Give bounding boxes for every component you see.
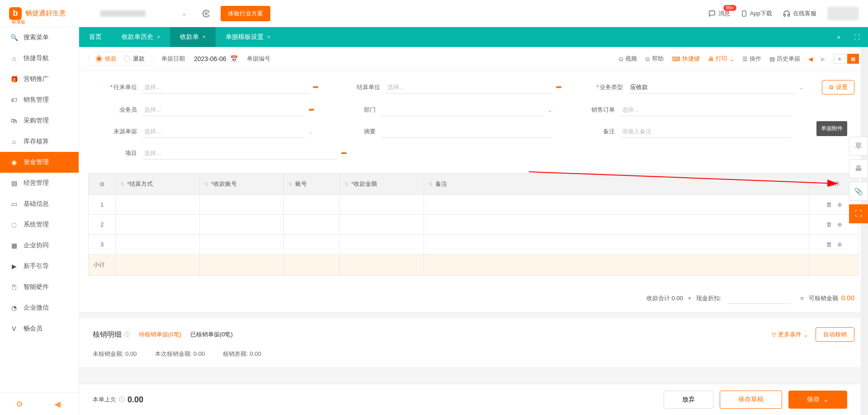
- sidebar-item-vip[interactable]: V畅会员: [0, 318, 79, 339]
- save-draft-button[interactable]: 保存草稿: [720, 391, 782, 409]
- messages-button[interactable]: 消息 99+: [708, 9, 730, 18]
- view-list-button[interactable]: ≡: [834, 54, 845, 64]
- sidebar-item-search[interactable]: 🔍搜索菜单: [0, 27, 79, 48]
- calendar-icon: 📅: [230, 55, 238, 62]
- sales-order-input[interactable]: [620, 104, 791, 116]
- add-icon[interactable]: ⊕: [837, 221, 842, 228]
- auto-writeoff-button[interactable]: 自动核销: [816, 327, 854, 342]
- sidebar-item-sales[interactable]: 🏷销售管理: [0, 90, 79, 110]
- sidebar-item-marketing[interactable]: 🎁营销推广: [0, 69, 79, 90]
- biz-type-select[interactable]: [628, 81, 795, 94]
- writeoff-tab-done[interactable]: 已核销单据(0笔): [190, 330, 233, 339]
- online-service-button[interactable]: 在线客服: [783, 9, 816, 18]
- play-icon: ⊙: [618, 56, 623, 62]
- source-select[interactable]: [142, 125, 305, 138]
- sidebar-item-basic[interactable]: ▭基础信息: [0, 193, 79, 214]
- settings-icon[interactable]: ⚙: [16, 399, 23, 409]
- tab-bar: 首页 收款单历史× 收款单× 单据模板设置× × ⛶: [79, 27, 868, 47]
- summary-input[interactable]: [381, 125, 552, 138]
- writeoff-tab-pending[interactable]: 待核销单据(0笔): [139, 330, 181, 339]
- experience-button[interactable]: 体验行业方案: [221, 6, 270, 21]
- add-icon[interactable]: ⊕: [837, 201, 842, 208]
- date-picker[interactable]: 2023-06-06 📅: [194, 55, 238, 62]
- sidebar-item-quicknav[interactable]: ⌂快捷导航: [0, 48, 79, 69]
- close-all-button[interactable]: ×: [832, 30, 845, 44]
- sidebar-item-system[interactable]: ◌系统管理: [0, 214, 79, 235]
- user-avatar[interactable]: [827, 7, 859, 20]
- operate-button[interactable]: ☰操作: [742, 55, 761, 63]
- delete-icon[interactable]: 🗑: [826, 221, 832, 228]
- th-account[interactable]: ⇅*收款账号: [200, 174, 284, 195]
- history-button[interactable]: ▤历史单据: [769, 55, 800, 63]
- sidebar-item-collab[interactable]: ▦企业协同: [0, 235, 79, 256]
- field-biz-type: *业务类型 ⌄: [579, 81, 804, 94]
- field-dept: 部门 ⌄: [331, 104, 552, 116]
- wallet-icon: ◉: [10, 158, 18, 166]
- table-row[interactable]: 2🗑⊕: [89, 215, 859, 235]
- salesman-input[interactable]: [142, 104, 305, 116]
- more-icon[interactable]: •••: [556, 83, 561, 91]
- th-settle-method[interactable]: ⇅*结算方式: [116, 174, 200, 195]
- th-amount[interactable]: ⇅*收款金额: [340, 174, 424, 195]
- sidebar-item-hardware[interactable]: ⍞智能硬件: [0, 277, 79, 297]
- tab-template[interactable]: 单据模板设置×: [216, 27, 280, 47]
- rail-print-button[interactable]: 🖶: [849, 159, 868, 178]
- message-badge: 99+: [723, 5, 736, 11]
- rail-tooltip: 单据附件: [816, 121, 847, 136]
- th-remark[interactable]: ⇅备注: [424, 174, 809, 195]
- radio-receive[interactable]: 收款: [96, 55, 117, 63]
- remark-input[interactable]: [620, 125, 791, 138]
- tab-receipt-history[interactable]: 收款单历史×: [112, 27, 170, 47]
- next-button[interactable]: ▶: [821, 56, 826, 62]
- partner-input[interactable]: [142, 81, 309, 94]
- table-settings-header[interactable]: ⚙: [89, 174, 116, 195]
- dept-select[interactable]: [381, 104, 543, 116]
- project-input[interactable]: [142, 147, 337, 160]
- app-download-button[interactable]: App下载: [741, 9, 772, 18]
- collapse-icon[interactable]: ◀·: [54, 399, 63, 409]
- help-button[interactable]: ⊙帮助: [645, 55, 664, 63]
- settle-unit-input[interactable]: [386, 81, 552, 94]
- fullscreen-button[interactable]: ⛶: [850, 30, 863, 44]
- tab-home[interactable]: 首页: [79, 27, 112, 47]
- delete-icon[interactable]: 🗑: [826, 241, 832, 248]
- sidebar-item-purchase[interactable]: 🛍采购管理: [0, 110, 79, 131]
- save-button[interactable]: 保存⌄: [788, 391, 847, 409]
- abandon-button[interactable]: 放弃: [664, 391, 713, 409]
- shortcut-button[interactable]: ⌨快捷键: [672, 55, 700, 63]
- logo: b 畅捷通好生意: [9, 7, 79, 20]
- tag-icon: 🏷: [10, 96, 18, 104]
- info-icon[interactable]: ⓘ: [119, 396, 125, 404]
- close-icon[interactable]: ×: [203, 34, 206, 40]
- field-remark: 备注: [571, 125, 791, 138]
- more-icon[interactable]: •••: [313, 83, 318, 91]
- delete-icon[interactable]: 🗑: [826, 201, 832, 208]
- close-icon[interactable]: ×: [157, 34, 160, 40]
- sidebar-item-wechat[interactable]: ◔企业微信: [0, 297, 79, 318]
- org-selector[interactable]: ⌄: [93, 6, 194, 21]
- prev-button[interactable]: ◀: [808, 56, 813, 62]
- more-icon[interactable]: •••: [309, 106, 314, 114]
- rail-expand-button[interactable]: ⛶: [849, 204, 868, 223]
- more-filter-button[interactable]: ▽更多条件⌄: [772, 327, 808, 342]
- sidebar-item-inventory[interactable]: ⌂库存核算: [0, 131, 79, 152]
- th-account-no[interactable]: ⇅账号: [284, 174, 340, 195]
- discount-input[interactable]: [727, 293, 791, 304]
- rail-attachment-button[interactable]: 📎: [849, 182, 868, 201]
- more-icon[interactable]: •••: [341, 149, 346, 157]
- print-button[interactable]: 🖶打印⌄: [708, 55, 734, 63]
- rail-draft-button[interactable]: 草: [849, 137, 868, 156]
- history-icon: ▤: [769, 56, 775, 62]
- table-row[interactable]: 1🗑⊕: [89, 195, 859, 215]
- sidebar-item-operation[interactable]: ▤经营管理: [0, 173, 79, 193]
- info-icon[interactable]: ⓘ: [124, 331, 130, 339]
- video-button[interactable]: ⊙视频: [618, 55, 637, 63]
- sidebar-item-finance[interactable]: ◉资金管理: [0, 152, 79, 173]
- tab-receipt[interactable]: 收款单×: [170, 27, 216, 47]
- sidebar-item-guide[interactable]: ▶新手引导: [0, 256, 79, 277]
- add-icon[interactable]: ⊕: [837, 241, 842, 248]
- org-settings-button[interactable]: [199, 6, 213, 21]
- radio-refund[interactable]: 退款: [124, 55, 145, 63]
- close-icon[interactable]: ×: [267, 34, 270, 40]
- table-row[interactable]: 3🗑⊕: [89, 235, 859, 255]
